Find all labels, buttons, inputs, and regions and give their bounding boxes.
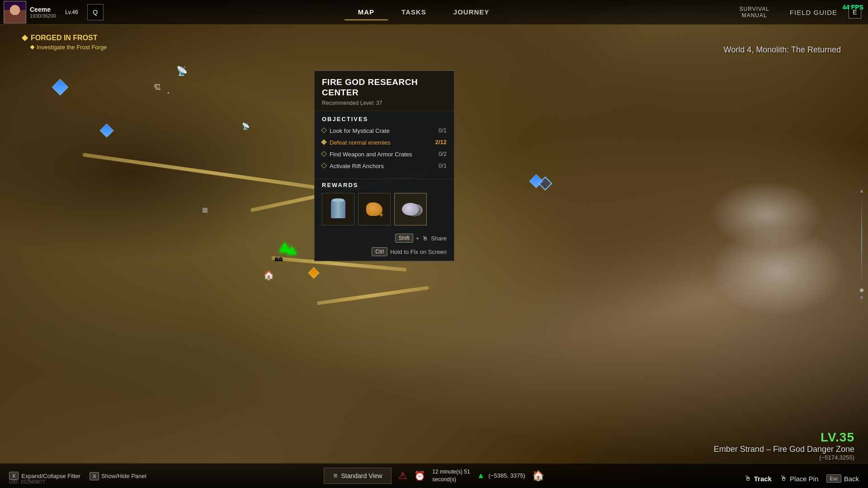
view-icon: ≡ <box>333 472 337 480</box>
map-marker-tower[interactable] <box>54 81 66 93</box>
danger-icon: ⚠ <box>398 470 407 482</box>
place-pin-button[interactable]: 🖱 Place Pin <box>780 474 818 483</box>
objective-1: Look for Mystical Crate 0/1 <box>322 127 447 135</box>
panel-header: FIRE GOD RESEARCHCENTER Recommended Leve… <box>315 71 454 111</box>
inventory-button[interactable]: Q <box>87 4 104 20</box>
reward-item-2[interactable] <box>358 193 391 225</box>
scroll-indicator[interactable]: ▲ ▼ <box>859 188 864 301</box>
show-hide-label: Show/Hide Panel <box>101 473 146 479</box>
tab-journey[interactable]: JOURNEY <box>440 5 503 20</box>
timer-text: 12 minute(s) 51 second(s) <box>432 468 470 483</box>
bottom-center: ≡ Standard View ⚠ ⏰ 12 minute(s) 51 seco… <box>324 463 544 488</box>
track-icon: 🖱 <box>744 474 751 483</box>
map-marker-blue-diamond-1[interactable] <box>102 126 112 136</box>
map-marker-antenna-small[interactable]: 📡 <box>242 122 250 130</box>
north-arrow-icon: ▲ <box>477 471 485 480</box>
uid-display: UID: 152565877 <box>9 479 45 484</box>
panel-location-name: FIRE GOD RESEARCHCENTER <box>322 77 447 98</box>
zone-name: Ember Strand – Fire God Danger Zone <box>714 445 854 454</box>
track-label: Track <box>754 475 772 483</box>
scroll-arrow-up: ▲ <box>859 188 864 194</box>
view-button[interactable]: ≡ Standard View <box>324 468 392 484</box>
obj-diamond-4 <box>321 163 327 169</box>
view-label: Standard View <box>341 472 382 479</box>
timer-icon: ⏰ <box>414 470 425 481</box>
map-marker-small-1: ▪ <box>167 88 169 96</box>
place-pin-icon: 🖱 <box>780 474 787 483</box>
obj-diamond-3 <box>321 151 327 157</box>
quest-sub-diamond-icon <box>30 45 35 50</box>
fps-counter: 44 FPS <box>842 4 863 11</box>
zone-level: LV.35 <box>714 430 854 445</box>
map-marker-home-1[interactable]: 🏠 <box>263 270 274 281</box>
rewards-title: REWARDS <box>322 182 447 188</box>
obj-diamond-2 <box>321 139 327 145</box>
shift-key-badge: Shift <box>395 234 413 243</box>
player-xp: 1930/36200 <box>30 13 56 19</box>
obj-text-2: Defeat normal enemies <box>330 139 432 147</box>
objective-2: Defeat normal enemies 2/12 <box>322 139 447 147</box>
panel-recommended-level: Recommended Level: 37 <box>322 100 447 106</box>
ctrl-key-badge: Ctrl <box>372 247 387 256</box>
panel-fix: Ctrl Hold to Fix on Screen <box>315 245 454 261</box>
map-marker-home-2[interactable]: 🏘 <box>275 254 283 263</box>
scroll-arrow-down: ▼ <box>859 295 864 301</box>
obj-count-4: 0/1 <box>439 162 447 169</box>
objectives-title: OBJECTIVES <box>322 116 447 122</box>
coords-display: ▲ (−5385, 3375) <box>477 471 525 480</box>
obj-text-3: Find Weapon and Armor Crates <box>330 150 435 159</box>
obj-text-4: Activate Rift Anchors <box>330 162 435 170</box>
quest-info: FORGED IN FROST Investigate the Frost Fo… <box>23 34 107 51</box>
world-info: World 4, Monolith: The Returned <box>724 45 841 55</box>
player-name: Ceeme <box>30 6 56 13</box>
map-marker-blue-diamond-3[interactable] <box>540 178 550 188</box>
player-avatar <box>4 1 26 23</box>
show-hide-panel-button[interactable]: X Show/Hide Panel <box>90 472 146 480</box>
reward-item-1[interactable] <box>322 193 354 225</box>
scroll-thumb <box>860 289 863 292</box>
share-text: Share <box>431 235 447 242</box>
player-level: Lv.46 <box>65 9 78 15</box>
back-label: Back <box>844 475 859 483</box>
map-marker-antenna[interactable]: 📡 <box>176 66 188 76</box>
map-marker-small-building[interactable]: ▦ <box>202 206 208 214</box>
scroll-track <box>861 196 862 286</box>
survival-manual-button[interactable]: SURVIVAL MANUAL <box>731 6 778 19</box>
bottom-actions: 🖱 Track 🖱 Place Pin Esc Back <box>744 474 859 483</box>
fix-text: Hold to Fix on Screen <box>390 249 447 255</box>
esc-key: Esc <box>826 474 841 483</box>
obj-count-3: 0/2 <box>439 150 447 157</box>
mouse-icon: 🖱 <box>422 235 428 242</box>
location-panel: FIRE GOD RESEARCHCENTER Recommended Leve… <box>314 70 454 261</box>
rewards-row <box>322 193 447 225</box>
quest-title: FORGED IN FROST <box>23 34 107 42</box>
coords-text: (−5385, 3375) <box>489 472 525 479</box>
obj-count-1: 0/1 <box>439 127 447 134</box>
zone-coords: (−5174,3255) <box>714 454 854 461</box>
player-info: Ceeme 1930/36200 <box>30 6 56 19</box>
timer-display: ⏰ <box>414 470 425 481</box>
map-marker-green-arrow <box>288 246 297 254</box>
back-button[interactable]: Esc Back <box>826 474 859 483</box>
place-pin-label: Place Pin <box>790 475 818 483</box>
objective-3: Find Weapon and Armor Crates 0/2 <box>322 150 447 159</box>
reward-nugget-icon <box>366 202 382 216</box>
field-guide-button[interactable]: FIELD GUIDE <box>778 9 849 16</box>
track-button[interactable]: 🖱 Track <box>744 474 772 483</box>
tab-map[interactable]: MAP <box>344 5 388 20</box>
panel-share: Shift + 🖱 Share <box>315 231 454 245</box>
right-info: LV.35 Ember Strand – Fire God Danger Zon… <box>714 430 854 461</box>
objective-4: Activate Rift Anchors 0/1 <box>322 162 447 170</box>
quest-diamond-icon <box>22 35 28 41</box>
obj-diamond-1 <box>321 127 327 133</box>
home-icon: 🏠 <box>532 470 544 482</box>
quest-subtitle: Investigate the Frost Forge <box>31 44 107 51</box>
map-marker-orange-diamond[interactable] <box>310 269 318 277</box>
nav-tabs: MAP TASKS JOURNEY <box>117 5 731 20</box>
map-marker-building-1[interactable]: 🏗 <box>154 84 161 92</box>
panel-rewards: REWARDS <box>315 178 454 231</box>
tab-tasks[interactable]: TASKS <box>388 5 440 20</box>
obj-count-2: 2/12 <box>435 139 447 145</box>
reward-item-3[interactable] <box>394 193 427 225</box>
top-bar: Ceeme 1930/36200 Lv.46 Q MAP TASKS JOURN… <box>0 0 868 25</box>
